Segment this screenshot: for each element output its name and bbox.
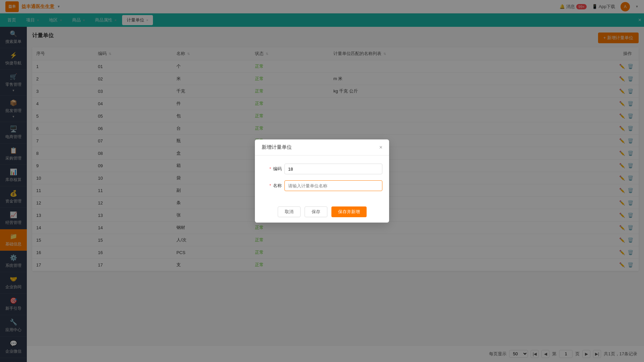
modal-header: 新增计量单位 ×	[255, 139, 389, 156]
add-unit-modal: 新增计量单位 × * 编码 * 名称 取消 保存 保存并新增	[255, 139, 389, 223]
name-label: * 名称	[262, 183, 282, 189]
save-button[interactable]: 保存	[305, 206, 327, 217]
modal-close-button[interactable]: ×	[379, 144, 382, 150]
code-required-mark: *	[269, 166, 271, 171]
modal-overlay: 新增计量单位 × * 编码 * 名称 取消 保存 保存并新增	[0, 0, 644, 362]
name-required-mark: *	[269, 183, 271, 188]
code-form-row: * 编码	[262, 164, 382, 174]
save-new-button[interactable]: 保存并新增	[331, 206, 367, 217]
modal-footer: 取消 保存 保存并新增	[255, 202, 389, 223]
code-label: * 编码	[262, 166, 282, 172]
name-input[interactable]	[284, 180, 382, 191]
code-input[interactable]	[284, 164, 382, 174]
name-form-row: * 名称	[262, 180, 382, 191]
cancel-button[interactable]: 取消	[278, 206, 301, 217]
modal-body: * 编码 * 名称	[255, 156, 389, 202]
modal-title: 新增计量单位	[262, 144, 292, 150]
